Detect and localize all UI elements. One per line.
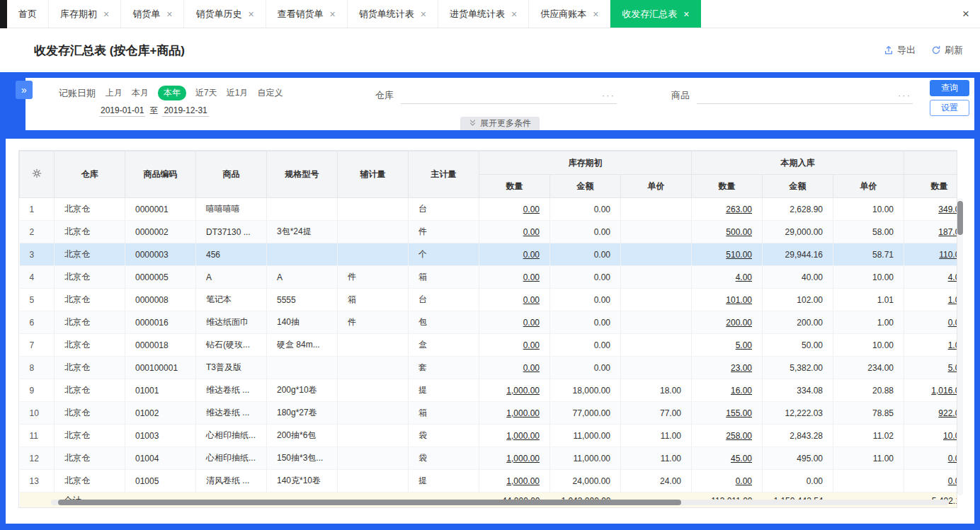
qty-link[interactable]: 0.00 bbox=[523, 363, 540, 373]
qty-link[interactable]: 510.00 bbox=[726, 250, 752, 260]
qty-link[interactable]: 258.00 bbox=[726, 431, 752, 441]
qty-link[interactable]: 200.00 bbox=[726, 318, 752, 328]
qty-link[interactable]: 5.00 bbox=[736, 340, 752, 350]
tab-close-icon[interactable]: × bbox=[683, 9, 689, 19]
tab-7[interactable]: 供应商账本× bbox=[529, 0, 610, 28]
table-row[interactable]: 12北京仓01004心相印抽纸...150抽*3包...袋1,000.0011,… bbox=[20, 447, 958, 470]
qty-link[interactable]: 0.00 bbox=[948, 454, 957, 463]
tab-close-icon[interactable]: × bbox=[166, 9, 172, 19]
qty-link[interactable]: 101.00 bbox=[726, 295, 752, 305]
qty-link[interactable]: 0.00 bbox=[948, 476, 957, 486]
sub-header-1-0[interactable]: 数量 bbox=[692, 175, 763, 198]
date-to-input[interactable]: 2019-12-31 bbox=[162, 105, 208, 117]
tab-close-icon[interactable]: × bbox=[421, 9, 426, 19]
qty-link[interactable]: 110.00 bbox=[939, 250, 957, 260]
tab-close-icon[interactable]: × bbox=[330, 9, 336, 19]
expand-more-button[interactable]: 展开更多条件 bbox=[460, 117, 540, 130]
table-row[interactable]: 2北京仓0000002DT37130 ...3包*24提件0.000.00500… bbox=[20, 221, 958, 243]
date-preset-3[interactable]: 近7天 bbox=[195, 87, 217, 99]
tab-8[interactable]: 收发存汇总表× bbox=[610, 0, 700, 28]
qty-link[interactable]: 0.00 bbox=[948, 318, 957, 328]
horizontal-scrollbar-thumb[interactable] bbox=[58, 500, 681, 505]
sub-header-1-1[interactable]: 金额 bbox=[763, 175, 833, 198]
qty-link[interactable]: 1,000.00 bbox=[506, 476, 540, 486]
col-header-2[interactable]: 商品 bbox=[196, 151, 267, 198]
tab-2[interactable]: 销货单× bbox=[121, 0, 184, 28]
window-close-icon[interactable]: × bbox=[952, 0, 980, 28]
collapse-filter-button[interactable]: » bbox=[16, 81, 33, 99]
table-row[interactable]: 13北京仓01005清风卷纸 ...140克*10卷提1,000.0024,00… bbox=[20, 470, 958, 492]
qty-link[interactable]: 1,000.00 bbox=[506, 454, 540, 463]
export-button[interactable]: 导出 bbox=[884, 44, 916, 57]
tab-close-icon[interactable]: × bbox=[103, 9, 109, 19]
col-header-0[interactable]: 仓库 bbox=[55, 151, 125, 198]
tab-1[interactable]: 库存期初× bbox=[49, 0, 121, 28]
table-row[interactable]: 5北京仓0000008笔记本5555箱台0.000.00101.00102.00… bbox=[20, 289, 958, 311]
tab-close-icon[interactable]: × bbox=[593, 9, 598, 19]
sub-header-1-2[interactable]: 单价 bbox=[833, 175, 904, 198]
qty-link[interactable]: 500.00 bbox=[726, 227, 752, 237]
date-preset-0[interactable]: 上月 bbox=[106, 87, 122, 99]
qty-link[interactable]: 0.00 bbox=[523, 340, 540, 350]
product-input[interactable]: ··· bbox=[697, 89, 913, 104]
qty-link[interactable]: 1.00 bbox=[948, 295, 957, 305]
warehouse-input[interactable]: ··· bbox=[401, 89, 617, 104]
col-header-5[interactable]: 主计量 bbox=[409, 151, 479, 198]
qty-link[interactable]: 0.00 bbox=[523, 250, 540, 260]
qty-link[interactable]: 1,016.00 bbox=[931, 386, 957, 396]
app-menu-block[interactable] bbox=[0, 0, 7, 28]
qty-link[interactable]: 4.00 bbox=[736, 272, 752, 282]
qty-link[interactable]: 922.00 bbox=[938, 408, 957, 418]
sub-header-2-0[interactable]: 数量 bbox=[904, 175, 958, 198]
table-row[interactable]: 6北京仓0000016维达纸面巾140抽件包0.000.00200.00200.… bbox=[20, 311, 958, 334]
qty-link[interactable]: 263.00 bbox=[726, 204, 752, 214]
date-preset-2[interactable]: 本年 bbox=[158, 86, 186, 100]
table-row[interactable]: 1北京仓0000001嘻嘻嘻嘻台0.000.00263.002,628.9010… bbox=[20, 198, 958, 221]
qty-link[interactable]: 0.00 bbox=[523, 227, 540, 237]
sub-header-0-2[interactable]: 单价 bbox=[621, 175, 692, 198]
qty-link[interactable]: 0.00 bbox=[523, 272, 540, 282]
qty-link[interactable]: 0.00 bbox=[523, 318, 540, 328]
qty-link[interactable]: 1,000.00 bbox=[506, 408, 540, 418]
settings-button[interactable]: 设置 bbox=[930, 100, 969, 116]
qty-link[interactable]: 45.00 bbox=[731, 454, 752, 463]
sub-header-0-1[interactable]: 金额 bbox=[550, 175, 621, 198]
qty-link[interactable]: 1.00 bbox=[948, 340, 957, 350]
table-row[interactable]: 7北京仓0000018钻石(硬玫...硬盒 84m...盒0.000.005.0… bbox=[20, 334, 958, 357]
table-row[interactable]: 10北京仓01002维达卷纸 ...180g*27卷箱1,000.0077,00… bbox=[20, 402, 958, 425]
tab-3[interactable]: 销货单历史× bbox=[184, 0, 266, 28]
tab-0[interactable]: 首页 bbox=[7, 0, 49, 28]
table-row[interactable]: 9北京仓01001维达卷纸 ...200g*10卷提1,000.0018,000… bbox=[20, 379, 958, 402]
refresh-button[interactable]: 刷新 bbox=[931, 44, 963, 57]
horizontal-scrollbar[interactable] bbox=[51, 500, 949, 505]
product-more-icon[interactable]: ··· bbox=[898, 90, 911, 100]
qty-link[interactable]: 0.00 bbox=[523, 204, 540, 214]
qty-link[interactable]: 4.00 bbox=[948, 272, 957, 282]
tab-6[interactable]: 进货单统计表× bbox=[438, 0, 529, 28]
table-row[interactable]: 8北京仓000100001T3普及版套0.000.0023.005,382.00… bbox=[20, 357, 958, 379]
table-row[interactable]: 4北京仓0000005AA件箱0.000.004.0040.0010.004.0… bbox=[20, 266, 958, 289]
date-from-input[interactable]: 2019-01-01 bbox=[99, 105, 145, 117]
qty-link[interactable]: 5.00 bbox=[948, 363, 957, 373]
tab-close-icon[interactable]: × bbox=[248, 9, 253, 19]
warehouse-more-icon[interactable]: ··· bbox=[602, 90, 615, 100]
qty-link[interactable]: 187.00 bbox=[938, 227, 957, 237]
vertical-scrollbar-thumb[interactable] bbox=[957, 201, 963, 235]
qty-link[interactable]: 1,000.00 bbox=[506, 386, 540, 396]
qty-link[interactable]: 1,000.00 bbox=[506, 431, 540, 441]
qty-link[interactable]: 349.00 bbox=[938, 204, 957, 214]
tab-5[interactable]: 销货单统计表× bbox=[348, 0, 438, 28]
qty-link[interactable]: 23.00 bbox=[731, 363, 752, 373]
qty-link[interactable]: 0.00 bbox=[523, 295, 540, 305]
tab-close-icon[interactable]: × bbox=[511, 9, 517, 19]
table-row[interactable]: 11北京仓01003心相印抽纸...200抽*6包袋1,000.0011,000… bbox=[20, 425, 958, 447]
tab-4[interactable]: 查看销货单× bbox=[266, 0, 348, 28]
qty-link[interactable]: 10.00 bbox=[943, 431, 957, 441]
sub-header-0-0[interactable]: 数量 bbox=[479, 175, 550, 198]
vertical-scrollbar[interactable] bbox=[957, 198, 963, 495]
qty-link[interactable]: 0.00 bbox=[736, 476, 752, 486]
col-header-1[interactable]: 商品编码 bbox=[125, 151, 196, 198]
col-header-3[interactable]: 规格型号 bbox=[267, 151, 338, 198]
date-preset-5[interactable]: 自定义 bbox=[257, 87, 283, 99]
qty-link[interactable]: 16.00 bbox=[731, 386, 752, 396]
